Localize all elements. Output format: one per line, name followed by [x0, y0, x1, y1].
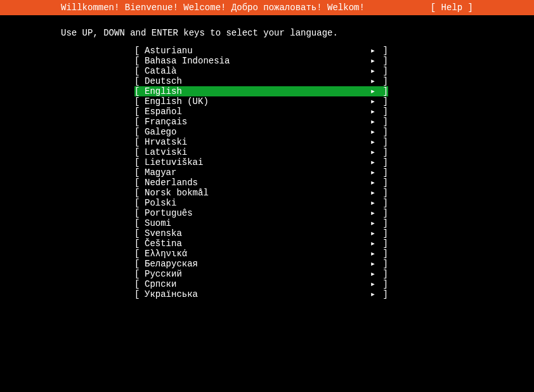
bracket-left: [ [134, 279, 145, 289]
bracket-right: ] [378, 86, 388, 96]
bracket-left: [ [134, 228, 145, 238]
language-name: Ελληνικά [145, 249, 368, 259]
language-name: Svenska [145, 228, 368, 238]
language-name: Українська [145, 289, 368, 299]
language-item[interactable]: [Русский▸] [134, 269, 388, 279]
language-name: Lietuviškai [145, 157, 368, 167]
language-item[interactable]: [Беларуская▸] [134, 259, 388, 269]
bracket-left: [ [134, 269, 145, 279]
language-item[interactable]: [Magyar▸] [134, 167, 388, 178]
bracket-right: ] [378, 96, 388, 107]
language-item[interactable]: [Nederlands▸] [134, 178, 388, 188]
language-item[interactable]: [Português▸] [134, 208, 388, 218]
language-item[interactable]: [English (UK)▸] [134, 96, 388, 107]
chevron-right-icon: ▸ [368, 218, 378, 228]
language-name: Galego [145, 127, 368, 137]
language-item[interactable]: [Hrvatski▸] [134, 137, 388, 147]
bracket-right: ] [378, 137, 388, 147]
bracket-right: ] [378, 46, 388, 56]
bracket-right: ] [378, 66, 388, 76]
bracket-right: ] [378, 289, 388, 299]
chevron-right-icon: ▸ [368, 157, 378, 167]
language-item[interactable]: [Українська▸] [134, 289, 388, 299]
bracket-left: [ [134, 178, 145, 188]
bracket-right: ] [378, 279, 388, 289]
bracket-left: [ [134, 198, 145, 208]
bracket-right: ] [378, 56, 388, 66]
language-item[interactable]: [Català▸] [134, 66, 388, 76]
language-item[interactable]: [Polski▸] [134, 198, 388, 208]
language-name: Suomi [145, 218, 368, 228]
language-item[interactable]: [Asturianu▸] [134, 46, 388, 56]
bracket-right: ] [378, 188, 388, 198]
language-item[interactable]: [Српски▸] [134, 279, 388, 289]
bracket-left: [ [134, 167, 145, 178]
bracket-right: ] [378, 238, 388, 249]
language-item[interactable]: [Lietuviškai▸] [134, 157, 388, 167]
header-bar: Willkommen! Bienvenue! Welcome! Добро по… [0, 0, 534, 15]
bracket-right: ] [378, 198, 388, 208]
language-item[interactable]: [Français▸] [134, 117, 388, 127]
bracket-left: [ [134, 66, 145, 76]
bracket-left: [ [134, 86, 145, 96]
language-name: Norsk bokmål [145, 188, 368, 198]
bracket-left: [ [134, 117, 145, 127]
language-item[interactable]: [Suomi▸] [134, 218, 388, 228]
language-item[interactable]: [Latviski▸] [134, 147, 388, 157]
chevron-right-icon: ▸ [368, 96, 378, 107]
bracket-left: [ [134, 46, 145, 56]
bracket-right: ] [378, 218, 388, 228]
chevron-right-icon: ▸ [368, 238, 378, 249]
language-item[interactable]: [Ελληνικά▸] [134, 249, 388, 259]
language-name: Asturianu [145, 46, 368, 56]
chevron-right-icon: ▸ [368, 76, 378, 86]
bracket-left: [ [134, 259, 145, 269]
language-name: Hrvatski [145, 137, 368, 147]
language-name: Беларуская [145, 259, 368, 269]
bracket-right: ] [378, 127, 388, 137]
language-item[interactable]: [Norsk bokmål▸] [134, 188, 388, 198]
chevron-right-icon: ▸ [368, 289, 378, 299]
help-button[interactable]: [ Help ] [431, 3, 534, 13]
bracket-left: [ [134, 76, 145, 86]
chevron-right-icon: ▸ [368, 127, 378, 137]
language-item[interactable]: [Čeština▸] [134, 238, 388, 249]
bracket-left: [ [134, 208, 145, 218]
language-name: Català [145, 66, 368, 76]
chevron-right-icon: ▸ [368, 208, 378, 218]
welcome-title: Willkommen! Bienvenue! Welcome! Добро по… [0, 3, 365, 13]
language-item[interactable]: [Deutsch▸] [134, 76, 388, 86]
language-name: Русский [145, 269, 368, 279]
language-item[interactable]: [English▸] [134, 86, 388, 96]
bracket-right: ] [378, 157, 388, 167]
bracket-right: ] [378, 76, 388, 86]
bracket-left: [ [134, 107, 145, 117]
language-item[interactable]: [Galego▸] [134, 127, 388, 137]
language-name: Deutsch [145, 76, 368, 86]
instruction-text: Use UP, DOWN and ENTER keys to select yo… [0, 28, 534, 46]
bracket-left: [ [134, 188, 145, 198]
language-name: English (UK) [145, 96, 368, 107]
bracket-left: [ [134, 238, 145, 249]
chevron-right-icon: ▸ [368, 117, 378, 127]
language-item[interactable]: [Bahasa Indonesia▸] [134, 56, 388, 66]
bracket-left: [ [134, 249, 145, 259]
bracket-left: [ [134, 289, 145, 299]
language-name: Français [145, 117, 368, 127]
language-name: Nederlands [145, 178, 368, 188]
bracket-right: ] [378, 178, 388, 188]
chevron-right-icon: ▸ [368, 46, 378, 56]
chevron-right-icon: ▸ [368, 56, 378, 66]
language-name: Español [145, 107, 368, 117]
language-item[interactable]: [Español▸] [134, 107, 388, 117]
bracket-left: [ [134, 137, 145, 147]
language-name: English [145, 86, 368, 96]
language-item[interactable]: [Svenska▸] [134, 228, 388, 238]
content-area: Use UP, DOWN and ENTER keys to select yo… [0, 15, 534, 299]
chevron-right-icon: ▸ [368, 178, 378, 188]
bracket-right: ] [378, 117, 388, 127]
language-name: Čeština [145, 238, 368, 249]
bracket-left: [ [134, 218, 145, 228]
bracket-right: ] [378, 208, 388, 218]
chevron-right-icon: ▸ [368, 66, 378, 76]
